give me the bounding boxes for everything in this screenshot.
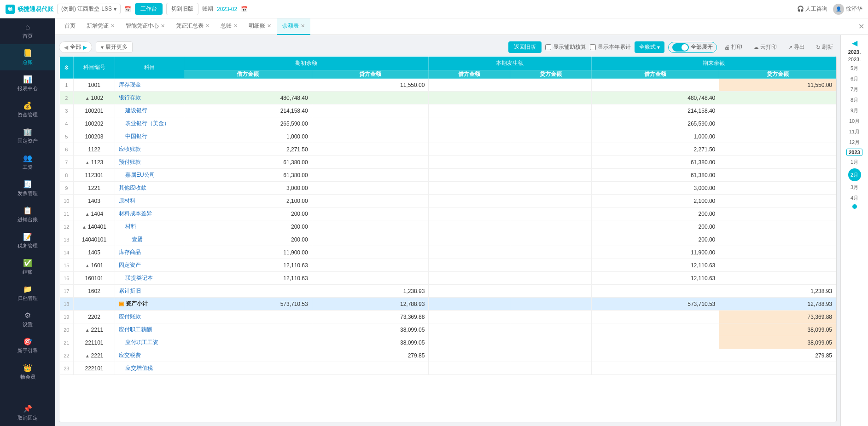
credit-start-cell: 38,099.05 [312, 323, 429, 336]
code-cell: 112301 [74, 169, 115, 182]
name-cell[interactable]: 建设银行 [115, 104, 184, 117]
tab-smart-voucher-close[interactable]: ✕ [161, 23, 165, 29]
tab-new-voucher-label: 新增凭证 [87, 22, 109, 30]
name-cell[interactable]: 应付账款 [115, 311, 184, 323]
credit-end-cell [719, 169, 836, 182]
name-cell[interactable]: 库存商品 [115, 246, 184, 259]
refresh-button[interactable]: ↻ 刷新 [812, 42, 837, 52]
tab-new-voucher-close[interactable]: ✕ [111, 23, 115, 29]
tab-detail-ledger-close[interactable]: ✕ [267, 23, 271, 29]
name-cell[interactable]: 预付账款 [115, 156, 184, 169]
credit-end-cell [719, 272, 836, 285]
row-num-cell: 8 [60, 169, 74, 182]
name-cell[interactable]: 农业银行（美金） [115, 117, 184, 130]
show-aux-checkbox[interactable] [545, 44, 551, 50]
sidebar-item-invoice[interactable]: 🧾 发票管理 [0, 175, 55, 201]
month-7[interactable]: 7月 [843, 85, 866, 94]
period-calendar-icon[interactable]: 📅 [241, 6, 248, 12]
name-cell[interactable]: 固定资产 [115, 259, 184, 272]
user-area[interactable]: 👤 徐泽华 [833, 4, 862, 15]
month-12[interactable]: 12月 [843, 138, 866, 147]
debit-start-cell: 1,000.00 [184, 130, 312, 143]
name-cell[interactable]: 银行存款 [115, 92, 184, 104]
month-6[interactable]: 6月 [843, 75, 866, 83]
expand-button[interactable]: ▾ 展开更多 [96, 41, 133, 53]
name-cell[interactable]: 嘉属EU公司 [115, 169, 184, 182]
name-cell[interactable]: 原材料 [115, 195, 184, 207]
name-cell[interactable]: 库存现金 [115, 79, 184, 92]
filter-button[interactable]: ◀ 全部 ▶ [59, 41, 92, 53]
credit-start-cell: 12,788.93 [312, 298, 429, 311]
return-old-version-button[interactable]: 返回旧版 [508, 41, 542, 53]
tab-new-voucher[interactable]: 新增凭证 ✕ [81, 18, 120, 35]
month-3[interactable]: 3月 [843, 183, 866, 192]
tab-home[interactable]: 首页 [59, 18, 81, 35]
name-cell[interactable]: 壹蛋 [115, 233, 184, 246]
name-cell[interactable]: 材料成本差异 [115, 207, 184, 220]
tab-voucher-summary[interactable]: 凭证汇总表 ✕ [170, 18, 215, 35]
consult-link[interactable]: 🎧 人工咨询 [797, 5, 827, 13]
cloud-print-button[interactable]: ☁ 云打印 [750, 42, 781, 52]
sidebar-item-home[interactable]: ⌂ 首页 [0, 18, 55, 44]
company-selector[interactable]: (勿删) 江西股垒-LSS ▾ [57, 4, 121, 14]
sidebar-item-fund[interactable]: 💰 资金管理 [0, 97, 55, 123]
old-version-button[interactable]: 切到旧版 [166, 3, 198, 15]
name-cell[interactable]: 材料 [115, 220, 184, 233]
sidebar-item-asset[interactable]: 🏢 固定资产 [0, 123, 55, 149]
month-4[interactable]: 4月 [843, 194, 866, 202]
debit-end-cell [591, 349, 719, 362]
expand-all-toggle[interactable]: 全部展开 [668, 42, 717, 53]
sidebar-item-settings[interactable]: ⚙ 设置 [0, 306, 55, 333]
month-8[interactable]: 8月 [843, 96, 866, 104]
show-year-checkbox[interactable] [590, 44, 596, 50]
sidebar-item-sales[interactable]: 📋 进销台账 [0, 201, 55, 228]
sidebar-label-sales: 进销台账 [17, 216, 38, 223]
month-10[interactable]: 10月 [843, 117, 866, 126]
sidebar-item-archive[interactable]: 📁 归档管理 [0, 280, 55, 306]
month-11[interactable]: 11月 [843, 127, 866, 136]
name-cell[interactable]: 联提类记本 [115, 272, 184, 285]
name-cell[interactable]: 累计折旧 [115, 285, 184, 298]
sidebar-item-report[interactable]: 📊 报表中心 [0, 70, 55, 97]
month-2-active[interactable]: 2月 [848, 168, 861, 181]
export-button[interactable]: ↗ 导出 [784, 42, 809, 52]
sidebar-item-salary[interactable]: 👥 工资 [0, 149, 55, 175]
tab-balance-close[interactable]: ✕ [301, 23, 305, 29]
month-9[interactable]: 9月 [843, 106, 866, 115]
tab-detail-ledger[interactable]: 明细账 ✕ [243, 18, 277, 35]
name-cell[interactable]: 应付职工薪酬 [115, 323, 184, 336]
tab-smart-voucher[interactable]: 智能凭证中心 ✕ [120, 18, 170, 35]
month-1[interactable]: 1月 [843, 158, 866, 167]
panel-dot[interactable] [852, 204, 857, 209]
name-cell[interactable]: ▣资产小计 [115, 298, 184, 311]
tab-voucher-summary-close[interactable]: ✕ [205, 23, 210, 29]
tab-balance[interactable]: 余额表 ✕ [277, 18, 310, 35]
name-cell[interactable]: 其他应收款 [115, 182, 184, 195]
tab-ledger[interactable]: 总账 ✕ [215, 18, 243, 35]
sidebar-item-member[interactable]: 👑 畅会员 [0, 359, 55, 385]
logo-icon: 畅 [6, 5, 15, 14]
name-cell[interactable]: 应付职工工资 [115, 336, 184, 349]
gear-icon[interactable]: ⚙ [64, 64, 69, 71]
sidebar-item-guide[interactable]: 🎯 新手引导 [0, 333, 55, 359]
sidebar-unpin[interactable]: 📌 取消固定 [0, 400, 55, 426]
tab-close-all[interactable]: ✕ [858, 22, 864, 31]
format-button[interactable]: 全账式 ▾ [635, 41, 664, 53]
sidebar-item-tax[interactable]: 📝 税务管理 [0, 228, 55, 254]
tab-ledger-close[interactable]: ✕ [233, 23, 238, 29]
app-title: 畅捷通易代账 [17, 5, 53, 13]
print-button[interactable]: 🖨 打印 [721, 42, 746, 52]
workbench-button[interactable]: 工作台 [135, 3, 163, 15]
name-cell[interactable]: 应交增值税 [115, 362, 184, 375]
panel-expand-icon[interactable]: ◀ [852, 39, 857, 47]
name-cell[interactable]: 应收账款 [115, 143, 184, 156]
sidebar-item-settle[interactable]: ✅ 结账 [0, 254, 55, 280]
name-cell[interactable]: 中国银行 [115, 130, 184, 143]
toggle-switch[interactable] [672, 43, 689, 52]
code-cell: ▲1404 [74, 207, 115, 220]
sidebar-item-ledger[interactable]: 📒 总账 [0, 44, 55, 70]
credit-start-cell [312, 362, 429, 375]
month-5[interactable]: 5月 [843, 64, 866, 73]
debit-curr-cell [429, 169, 510, 182]
name-cell[interactable]: 应交税费 [115, 349, 184, 362]
